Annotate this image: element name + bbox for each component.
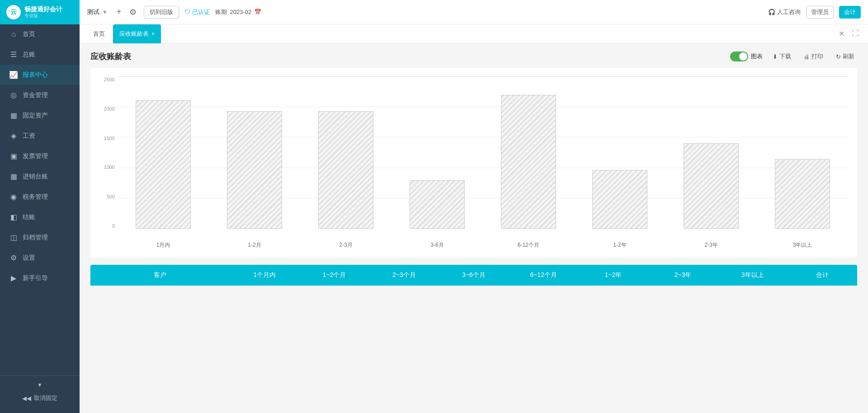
y-axis: 0 500 1000 1500 2000 2500 bbox=[99, 77, 118, 239]
print-label: 打印 bbox=[811, 52, 823, 61]
refresh-button[interactable]: ↻ 刷新 bbox=[833, 51, 857, 62]
tab-ar-aging[interactable]: 应收账龄表 × bbox=[113, 24, 161, 43]
logo-title: 畅捷通好会计 bbox=[24, 5, 62, 13]
chart-container: 0 500 1000 1500 2000 2500 bbox=[90, 68, 857, 258]
page-inner: 应收账龄表 图表 ⬇ 下载 🖨 打印 bbox=[80, 43, 868, 296]
x-label-1: 1-2月 bbox=[209, 239, 300, 249]
scroll-down-button[interactable]: ▼ bbox=[0, 380, 80, 390]
calendar-icon[interactable]: 📅 bbox=[254, 9, 261, 15]
tab-maximize-button[interactable]: ⛶ bbox=[850, 28, 861, 40]
sidebar-item-assets[interactable]: ▦ 固定资产 bbox=[0, 105, 80, 126]
bar-group-0 bbox=[118, 77, 209, 229]
manager-button[interactable]: 管理员 bbox=[806, 6, 834, 19]
chart-toggle-switch[interactable] bbox=[730, 52, 748, 61]
tab-close-button[interactable]: ✕ bbox=[837, 28, 846, 40]
home-icon: ⌂ bbox=[9, 30, 18, 38]
sidebar-item-ledger[interactable]: ☰ 总账 bbox=[0, 44, 80, 65]
table-header-cell-5: 6~12个月 bbox=[509, 271, 578, 279]
accountant-button[interactable]: 会计 bbox=[839, 6, 861, 19]
bar-3 bbox=[410, 180, 464, 229]
bar-group-4 bbox=[483, 77, 574, 229]
table-header-cell-4: 3~6个月 bbox=[439, 271, 509, 279]
sidebar-label-reports: 报表中心 bbox=[23, 71, 48, 79]
tab-home-label: 首页 bbox=[93, 30, 105, 38]
page-actions: 图表 ⬇ 下载 🖨 打印 ↻ 刷新 bbox=[730, 51, 857, 62]
sidebar: 云 畅捷通好会计 专业版 ⌂ 首页 ☰ 总账 📈 报表中心 ◎ 资金管理 ▦ 固… bbox=[0, 0, 80, 413]
download-button[interactable]: ⬇ 下载 bbox=[770, 51, 794, 62]
download-label: 下载 bbox=[779, 52, 791, 61]
old-version-button[interactable]: 切到旧版 bbox=[144, 6, 179, 19]
ledger-icon: ☰ bbox=[9, 50, 18, 59]
bar-0 bbox=[136, 100, 190, 229]
topbar-actions: + ⚙ bbox=[115, 5, 139, 19]
x-labels: 1月内1-2月2-3月3-6月6-12个月1-2年2-3年3年以上 bbox=[99, 239, 848, 249]
sidebar-item-settings[interactable]: ⚙ 设置 bbox=[0, 248, 80, 268]
period-value: 2023-02 bbox=[230, 9, 251, 15]
gear-button[interactable]: ⚙ bbox=[127, 5, 138, 19]
sidebar-item-wages[interactable]: ◈ 工资 bbox=[0, 126, 80, 146]
bars-row bbox=[118, 77, 848, 239]
logo-subtitle: 专业版 bbox=[24, 13, 62, 19]
y-label-500: 500 bbox=[99, 194, 118, 199]
sidebar-item-home[interactable]: ⌂ 首页 bbox=[0, 24, 80, 44]
period-info: 账期 2023-02 📅 bbox=[215, 8, 261, 16]
sidebar-nav: ⌂ 首页 ☰ 总账 📈 报表中心 ◎ 资金管理 ▦ 固定资产 ◈ 工资 ▣ 发票… bbox=[0, 24, 80, 375]
chart-area: 0 500 1000 1500 2000 2500 bbox=[99, 77, 848, 239]
sidebar-item-tax[interactable]: ◉ 税务管理 bbox=[0, 187, 80, 207]
sidebar-item-sales[interactable]: ▦ 进销台账 bbox=[0, 166, 80, 187]
main-area: 测试 ▼ + ⚙ 切到旧版 🛡 已认证 账期 2023-02 📅 🎧 人工咨询 … bbox=[80, 0, 868, 413]
sidebar-item-archive[interactable]: ◫ 归档管理 bbox=[0, 227, 80, 248]
bar-5 bbox=[592, 170, 647, 229]
y-label-2500: 2500 bbox=[99, 77, 118, 82]
cancel-fixed-label: 取消固定 bbox=[34, 394, 57, 402]
certified-icon: 🛡 bbox=[184, 9, 190, 15]
sidebar-label-sales: 进销台账 bbox=[23, 173, 48, 181]
project-name: 测试 bbox=[87, 8, 99, 16]
x-label-3: 3-6月 bbox=[392, 239, 483, 249]
x-label-0: 1月内 bbox=[118, 239, 209, 249]
sidebar-label-funds: 资金管理 bbox=[23, 91, 48, 99]
sidebar-item-closing[interactable]: ◧ 结账 bbox=[0, 207, 80, 227]
sidebar-item-funds[interactable]: ◎ 资金管理 bbox=[0, 85, 80, 105]
download-icon: ⬇ bbox=[773, 53, 778, 60]
chart-plot bbox=[118, 77, 848, 239]
tax-icon: ◉ bbox=[9, 192, 18, 201]
project-selector[interactable]: 测试 ▼ bbox=[87, 8, 108, 16]
topbar: 测试 ▼ + ⚙ 切到旧版 🛡 已认证 账期 2023-02 📅 🎧 人工咨询 … bbox=[80, 0, 868, 24]
page-title: 应收账龄表 bbox=[90, 51, 131, 62]
y-label-1500: 1500 bbox=[99, 136, 118, 141]
sidebar-item-reports[interactable]: 📈 报表中心 bbox=[0, 65, 80, 85]
sidebar-label-invoices: 发票管理 bbox=[23, 152, 48, 160]
reports-icon: 📈 bbox=[9, 70, 18, 79]
x-label-7: 3年以上 bbox=[757, 239, 848, 249]
sidebar-label-ledger: 总账 bbox=[23, 51, 35, 59]
x-label-5: 1-2年 bbox=[574, 239, 665, 249]
add-button[interactable]: + bbox=[115, 5, 123, 19]
refresh-label: 刷新 bbox=[843, 52, 854, 61]
sidebar-item-invoices[interactable]: ▣ 发票管理 bbox=[0, 146, 80, 166]
refresh-icon: ↻ bbox=[836, 53, 841, 60]
table-header-cell-2: 1~2个月 bbox=[300, 271, 369, 279]
service-button[interactable]: 🎧 人工咨询 bbox=[768, 8, 801, 16]
archive-icon: ◫ bbox=[9, 233, 18, 242]
table-header-cell-3: 2~3个月 bbox=[369, 271, 439, 279]
invoices-icon: ▣ bbox=[9, 152, 18, 160]
bar-6 bbox=[684, 143, 738, 229]
table-header: 客户1个月内1~2个月2~3个月3~6个月6~12个月1~2年2~3年3年以上合… bbox=[90, 265, 857, 286]
bar-group-7 bbox=[757, 77, 848, 229]
bar-1 bbox=[227, 111, 282, 229]
toggle-knob bbox=[739, 52, 747, 61]
sidebar-label-archive: 归档管理 bbox=[23, 234, 48, 242]
bar-2 bbox=[318, 111, 373, 229]
tab-home[interactable]: 首页 bbox=[87, 24, 111, 43]
tab-close-icon[interactable]: × bbox=[151, 31, 155, 37]
topbar-right: 🎧 人工咨询 管理员 会计 bbox=[768, 6, 861, 19]
bar-7 bbox=[775, 159, 830, 229]
headset-icon: 🎧 bbox=[768, 9, 775, 15]
cancel-fixed-button[interactable]: ◀◀ 取消固定 bbox=[0, 390, 80, 408]
print-button[interactable]: 🖨 打印 bbox=[801, 51, 826, 62]
certified-badge: 🛡 已认证 bbox=[184, 8, 210, 16]
bar-group-6 bbox=[665, 77, 757, 229]
sidebar-item-guide[interactable]: ▶ 新手引导 bbox=[0, 268, 80, 288]
sidebar-label-tax: 税务管理 bbox=[23, 193, 48, 201]
